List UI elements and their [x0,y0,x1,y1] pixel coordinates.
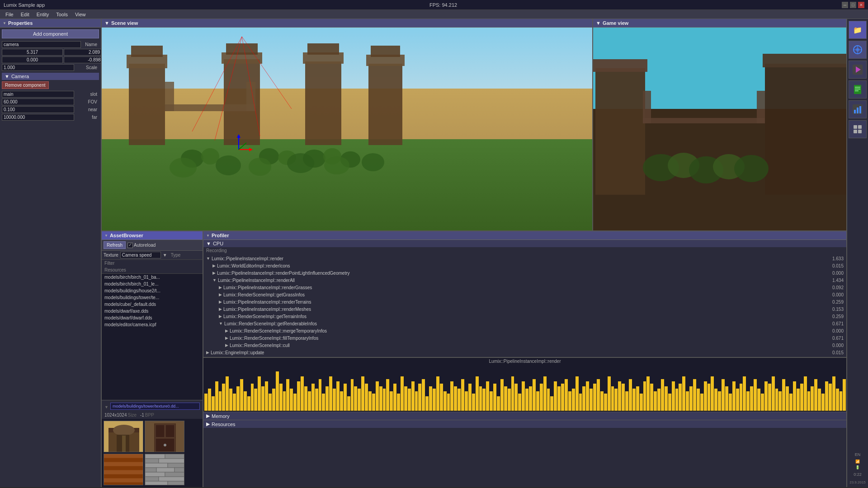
menu-file[interactable]: File [2,12,17,17]
chart-bar [579,394,582,411]
position-x-input[interactable] [2,49,63,56]
scene-view-header: ▼ Scene view [102,19,592,28]
chart-bar [529,386,532,411]
list-item[interactable]: models/birch/birch_01_le... [102,281,203,287]
row-expand-icon: ▼ [219,321,223,326]
chart-bar [636,386,639,411]
slot-input[interactable] [2,91,74,98]
rotation-y-input[interactable] [64,56,101,63]
table-row[interactable]: ▶ Lumix::PipelineInstanceImpl::renderGra… [203,284,846,291]
near-label: near [74,107,99,112]
asset-filter-row: Texture ▼ Type [102,251,203,260]
thumbnail-4[interactable] [145,454,184,485]
scene-canvas[interactable] [102,28,592,230]
list-item[interactable]: models/editor/camera.icpf [102,321,203,328]
sidebar-icon-folder[interactable]: 📁 [849,21,867,39]
table-row[interactable]: ▼ Lumix::PipelineInstanceImpl::renderAll… [203,277,846,284]
chart-bar [711,376,714,411]
game-view-title: Game view [603,20,628,26]
chart-bar [365,384,368,411]
camera-section-header[interactable]: ▼ Camera [2,73,99,80]
chart-bar [582,386,585,411]
list-item[interactable]: models/dwarf/dwarf.dds [102,314,203,321]
thumbnail-1[interactable] [104,421,143,452]
list-item[interactable]: models/birch/birch_01_ba... [102,274,203,281]
position-y-input[interactable] [64,49,101,56]
list-item[interactable]: models/buildings/tower/te... [102,294,203,301]
profiler-row-val: 0.671 [816,336,844,341]
scene-view-panel: ▼ Scene view [102,19,593,230]
chart-bar [247,396,250,411]
far-input[interactable] [2,114,74,121]
list-item[interactable]: models/buildings/house2/t... [102,287,203,294]
sidebar-icon-play[interactable] [849,61,867,79]
selected-filename[interactable]: models/buildings/tower/texture0.dd... [110,403,200,410]
dropdown-arrow-icon[interactable]: ▼ [163,253,167,258]
sidebar-icon-grid[interactable] [849,120,867,138]
cpu-section-header[interactable]: ▼ CPU [203,240,846,247]
sidebar-icon-chrome[interactable] [849,41,867,59]
list-item[interactable]: models/dwarf/axe.dds [102,308,203,314]
svg-rect-98 [857,108,859,113]
refresh-button[interactable]: Refresh [104,241,126,249]
add-component-button[interactable]: Add component [2,29,99,38]
chart-bar [411,381,415,411]
chart-bar [618,381,621,411]
menu-view[interactable]: View [71,12,90,17]
chart-bar [590,389,593,411]
sidebar-icon-chart[interactable] [849,100,867,118]
game-view-expand-icon: ▼ [596,20,601,26]
chart-bar [722,379,725,411]
table-row[interactable]: ▶ Lumix::PipelineInstanceImpl::renderPoi… [203,269,846,277]
chart-bar [522,381,525,411]
svg-point-53 [113,425,135,436]
list-item[interactable]: models/cube/_default.dds [102,301,203,308]
sidebar-icon-doc[interactable] [849,80,867,99]
thumbnail-3[interactable] [104,454,143,485]
profiler-row-val: 0.000 [816,271,844,276]
svg-rect-76 [168,463,184,468]
table-row[interactable]: ▶ Lumix::EngineImpl::update 0.015 [203,349,846,356]
memory-header[interactable]: ▶ Memory [203,412,846,420]
chart-bar [686,391,689,411]
chart-bar [672,381,675,411]
thumb-door-svg [145,421,184,452]
game-canvas[interactable] [593,28,846,230]
chart-bar [215,381,218,411]
chart-bar [393,384,396,411]
profiler-row-val: 1.633 [816,256,844,261]
table-row[interactable]: ▶ Lumix::RenderSceneImpl::getGrassInfos … [203,291,846,298]
table-row[interactable]: ▼ Lumix::RenderSceneImpl::getRenderableI… [203,320,846,327]
table-row[interactable]: ▶ Lumix::PipelineInstanceImpl::renderMes… [203,305,846,313]
chart-bar [236,386,240,411]
autoreload-checkbox[interactable] [127,243,133,248]
table-row[interactable]: ▼ Lumix::PipelineInstanceImpl::render 1.… [203,255,846,262]
menu-edit[interactable]: Edit [17,12,33,17]
fov-input[interactable] [2,99,74,105]
chart-bar [643,381,646,411]
entity-name-input[interactable] [2,41,81,48]
maximize-button[interactable]: □ [850,2,856,8]
minimize-button[interactable]: ─ [842,2,848,8]
remove-component-button[interactable]: Remove component [2,81,49,89]
table-row[interactable]: ▶ Lumix::RenderSceneImpl::fillTemporaryI… [203,334,846,342]
camera-speed-input[interactable] [120,252,161,258]
cpu-expand-icon: ▼ [206,241,211,246]
near-input[interactable] [2,106,74,113]
table-row[interactable]: ▶ Lumix::PipelineInstanceImpl::renderTer… [203,298,846,305]
table-row[interactable]: ▶ Lumix::RenderSceneImpl::getTerrainInfo… [203,313,846,320]
menu-entity[interactable]: Entity [33,12,53,17]
scale-input[interactable] [2,64,74,71]
table-row[interactable]: ▶ Lumix::WorldEditorImpl::renderIcons 0.… [203,262,846,269]
chart-bar [725,386,728,411]
close-button[interactable]: ✕ [858,2,864,8]
resources-header[interactable]: ▶ Resources [203,420,846,428]
table-row[interactable]: ▶ Lumix::RenderSceneImpl::mergeTemporary… [203,327,846,334]
chart-bar [319,379,322,411]
thumbnail-2[interactable] [145,421,184,452]
rotation-x-input[interactable] [2,56,63,63]
table-row[interactable]: ▶ Lumix::RenderSceneImpl::cull 0.000 [203,342,846,349]
chart-bar [308,391,311,411]
titlebar: Lumix Sample app FPS: 94.212 ─ □ ✕ [0,0,868,10]
menu-tools[interactable]: Tools [52,12,71,17]
